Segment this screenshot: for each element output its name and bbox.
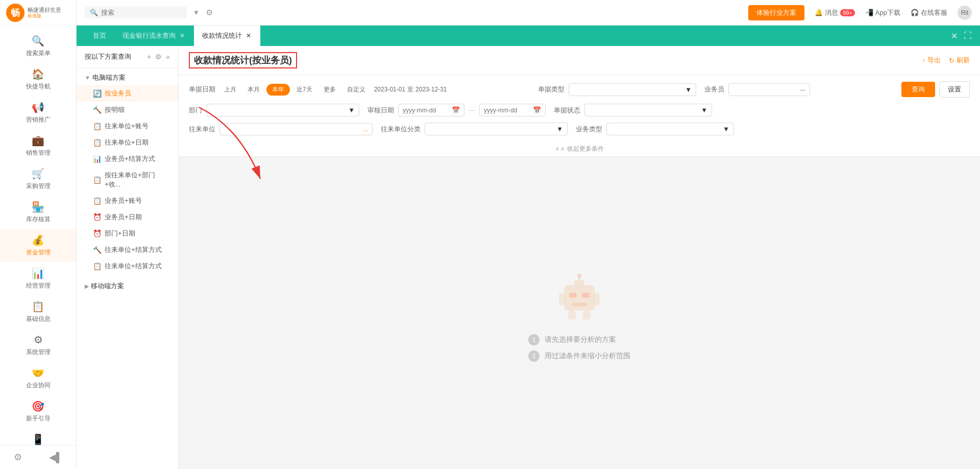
biz-type-select[interactable]: ▼ [606, 123, 734, 135]
scheme-item-counterpart-account[interactable]: 📋 往来单位+账号 [77, 118, 178, 134]
mobile-icon: 📱 [32, 433, 44, 445]
content-wrapper: 按以下方案查询 + ⚙ « ▼ 电脑端方案 🔄 [77, 46, 980, 469]
notification-badge: 99+ [840, 9, 855, 16]
audit-date-to[interactable]: 📅 [479, 104, 546, 116]
svg-rect-10 [583, 311, 591, 320]
svg-rect-9 [568, 311, 576, 320]
sidebar-item-hardware[interactable]: 📱 智能硬件 [0, 428, 76, 445]
topbar-left: 🔍 ▼ ⚙ [85, 7, 213, 18]
cart-icon: 🛒 [32, 168, 44, 180]
date-range-display: 2023-01-01 至 2023-12-31 [374, 85, 447, 94]
clipboard-icon: 📋 [32, 300, 44, 313]
sidebar-footer: ⚙ ◀▌ [0, 445, 76, 469]
date-btn-this-month[interactable]: 本月 [243, 84, 264, 96]
sidebar-item-purchase[interactable]: 🛒 采购管理 [0, 162, 76, 196]
scheme-item-salesperson[interactable]: 🔄 按业务员 [77, 85, 178, 102]
sidebar-item-finance[interactable]: 💰 资金管理 [0, 229, 76, 262]
doc-status-select[interactable]: ▼ [584, 104, 712, 116]
sidebar-item-basic[interactable]: 📋 基础信息 [0, 295, 76, 329]
bell-icon: 🔔 [815, 9, 823, 16]
date-btn-custom[interactable]: 自定义 [342, 84, 370, 96]
scheme-icon-5: 📋 [93, 176, 102, 184]
doc-type-select[interactable]: ▼ [569, 83, 696, 96]
tree-arrow-mobile-icon: ▶ [85, 283, 89, 290]
tab-home[interactable]: 首页 [85, 26, 114, 46]
scheme-icon-6: 📋 [93, 197, 102, 205]
counterpart-more-icon[interactable]: ... [363, 126, 368, 133]
sidebar-nav: 🔍 搜索菜单 🏠 快捷导航 📢 营销推广 💼 销售管理 🛒 采购管理 🏪 [0, 26, 76, 445]
collapse-panel-btn[interactable]: « [166, 53, 170, 61]
trial-button[interactable]: 体验行业方案 [748, 5, 804, 20]
scheme-item-salesperson-account[interactable]: 📋 业务员+账号 [77, 193, 178, 209]
desktop-section: ▼ 电脑端方案 🔄 按业务员 🔨 按明细 📋 [77, 68, 178, 276]
tab-bank-close[interactable]: ✕ [179, 31, 186, 40]
user-avatar[interactable]: Rit [958, 6, 972, 20]
audit-from-input[interactable] [403, 107, 449, 114]
content-body: 1 请先选择要分析的方案 2 用过滤条件来缩小分析范围 [179, 157, 980, 469]
topbar-search-box[interactable]: 🔍 [85, 7, 187, 18]
sidebar-item-guide[interactable]: 🎯 新手引导 [0, 395, 76, 428]
date-btn-more[interactable]: 更多 [319, 84, 340, 96]
empty-steps: 1 请先选择要分析的方案 2 用过滤条件来缩小分析范围 [528, 334, 630, 362]
chart-icon: 📊 [32, 267, 44, 279]
scheme-item-salesperson-date[interactable]: ⏰ 业务员+日期 [77, 209, 178, 225]
topbar-settings-icon[interactable]: ⚙ [206, 8, 213, 17]
scheme-item-counterpart-dept[interactable]: 📋 按往来单位+部门+收... [77, 167, 178, 193]
empty-step-2: 2 用过滤条件来缩小分析范围 [528, 350, 630, 362]
notification-btn[interactable]: 🔔 消息 99+ [815, 8, 855, 17]
calendar-from-icon[interactable]: 📅 [452, 106, 460, 114]
tab-close-all-btn[interactable]: ✕ [951, 31, 958, 41]
counterpart-select[interactable]: ... [219, 123, 373, 135]
scheme-item-dept-date[interactable]: ⏰ 部门+日期 [77, 225, 178, 242]
sidebar-item-shortcut[interactable]: 🏠 快捷导航 [0, 63, 76, 96]
app-download-btn[interactable]: 📲 App下载 [865, 8, 900, 17]
side-panel-actions: + ⚙ « [147, 53, 170, 61]
audit-date-from[interactable]: 📅 [398, 104, 464, 116]
sidebar-item-sales[interactable]: 💼 销售管理 [0, 129, 76, 162]
sidebar-item-operation[interactable]: 📊 经营管理 [0, 262, 76, 295]
svg-rect-0 [564, 285, 595, 311]
sidebar-item-warehouse[interactable]: 🏪 库存核算 [0, 196, 76, 229]
search-input[interactable] [101, 9, 173, 16]
dept-select[interactable]: ▼ [206, 104, 359, 116]
salesperson-select[interactable]: ··· [728, 83, 810, 96]
briefcase-icon: 💼 [32, 134, 44, 147]
refresh-btn[interactable]: ↻ 刷新 [949, 56, 970, 65]
desktop-section-header[interactable]: ▼ 电脑端方案 [77, 70, 178, 85]
svg-rect-8 [594, 293, 600, 306]
collapse-bar[interactable]: ∧∧ 收起更多条件 [189, 142, 970, 156]
sidebar-item-search[interactable]: 🔍 搜索菜单 [0, 30, 76, 63]
add-scheme-btn[interactable]: + [147, 53, 151, 61]
counterpart-cat-select[interactable]: ▼ [425, 123, 568, 135]
export-btn[interactable]: ↑ 导出 [922, 56, 941, 65]
collapse-sidebar-btn[interactable]: ◀▌ [49, 452, 63, 463]
sidebar-item-system[interactable]: ⚙ 系统管理 [0, 329, 76, 362]
tab-fullscreen-btn[interactable]: ⛶ [964, 31, 972, 40]
tab-collection[interactable]: 收款情况统计 ✕ [194, 26, 260, 46]
sidebar-item-enterprise[interactable]: 🤝 企业协同 [0, 362, 76, 395]
audit-to-input[interactable] [484, 107, 530, 114]
date-btn-7days[interactable]: 近7天 [292, 84, 317, 96]
date-quick-group: 上月 本月 本年 近7天 更多 自定义 [219, 84, 370, 96]
scheme-item-detail[interactable]: 🔨 按明细 [77, 102, 178, 118]
online-service-btn[interactable]: 🎧 在线客服 [911, 8, 947, 17]
settings-footer-btn[interactable]: ⚙ [14, 452, 22, 463]
mobile-section-header[interactable]: ▶ 移动端方案 [77, 278, 178, 294]
sidebar-item-marketing[interactable]: 📢 营销推广 [0, 96, 76, 129]
scheme-item-counterpart-settlement-1[interactable]: 🔨 往来单位+结算方式 [77, 242, 178, 258]
query-button[interactable]: 查询 [901, 82, 935, 97]
date-btn-this-year[interactable]: 本年 [266, 84, 290, 96]
scheme-item-salesperson-settlement[interactable]: 📊 业务员+结算方式 [77, 151, 178, 167]
scheme-icon-3: 📋 [93, 138, 102, 147]
calendar-to-icon[interactable]: 📅 [533, 106, 541, 114]
scheme-settings-icon[interactable]: ⚙ [155, 53, 162, 61]
scheme-item-counterpart-date[interactable]: 📋 往来单位+日期 [77, 134, 178, 151]
date-btn-last-month[interactable]: 上月 [219, 84, 241, 96]
tab-bank[interactable]: 现金银行流水查询 ✕ [114, 26, 194, 46]
dropdown-arrow-icon[interactable]: ▼ [193, 9, 200, 16]
scheme-item-counterpart-settlement-2[interactable]: 📋 往来单位+结算方式 [77, 258, 178, 274]
svg-rect-1 [569, 293, 577, 298]
settings-button[interactable]: 设置 [939, 81, 970, 98]
scheme-icon-10: 📋 [93, 262, 102, 270]
tab-collection-close[interactable]: ✕ [245, 31, 252, 40]
